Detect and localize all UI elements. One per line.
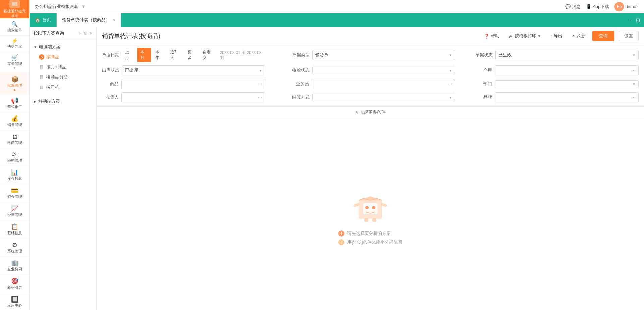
scheme-item-driver[interactable]: 目 按司机	[30, 82, 96, 92]
scheme-item-category[interactable]: 目 按商品分类	[30, 72, 96, 82]
department-select[interactable]: ▼	[495, 80, 639, 88]
goods-select[interactable]: ···	[121, 79, 265, 89]
export-btn[interactable]: ↑ 导出	[548, 32, 566, 40]
page-title: 销货单统计表(按商品)	[102, 32, 160, 40]
industry-dropdown-icon[interactable]: ▼	[81, 4, 86, 9]
sidebar-item-wholesale[interactable]: 📦 批发管理 ▲	[0, 73, 29, 94]
date-custom-btn[interactable]: 自定义	[200, 48, 217, 62]
minimize-icon[interactable]: －	[628, 17, 633, 24]
sidebar-search[interactable]: 🔍 搜索菜单	[0, 18, 29, 36]
sidebar-item-ecommerce[interactable]: 🖥 电商管理	[0, 131, 29, 148]
edit-scheme-btn[interactable]: ⊙	[84, 30, 88, 36]
print-icon: 🖨	[509, 34, 513, 39]
system-icon: ⚙	[12, 241, 17, 249]
sidebar-item-apps[interactable]: 🔲 应用中心	[0, 293, 29, 310]
sidebar-item-enterprise[interactable]: 🏢 企业协同	[0, 257, 29, 275]
out-status-select[interactable]: 已出库 ▼	[122, 65, 265, 75]
sidebar-enterprise-label: 企业协同	[7, 267, 22, 272]
receiver-dots: ···	[258, 94, 262, 100]
chevron-down-icon: ▼	[34, 45, 37, 49]
settlement-label: 结算方式	[292, 94, 310, 100]
settlement-select[interactable]: ▼	[312, 94, 455, 101]
sidebar-purchase-label: 采购管理	[7, 158, 22, 163]
collapse-row[interactable]: ∧ 收起更多条件	[97, 107, 644, 118]
query-btn[interactable]: 查询	[592, 31, 614, 41]
refresh-btn[interactable]: ↻ 刷新	[569, 32, 588, 40]
date-last-month-btn[interactable]: 上月	[122, 48, 136, 62]
topbar-left: 办公用品行业模拟账套 ▼	[35, 4, 86, 10]
app-logo[interactable]: 畅捷通好生意 标版	[0, 0, 30, 18]
salesman-dots: ···	[448, 81, 452, 87]
sidebar-inventory-label: 库存核算	[7, 176, 22, 181]
scheme-group-desktop-header[interactable]: ▼ 电脑端方案	[30, 42, 96, 52]
apps-icon: 🔲	[11, 296, 18, 303]
sidebar-item-system[interactable]: ⚙ 系统管理	[0, 239, 29, 257]
tab-close-icon[interactable]: ✕	[112, 18, 115, 22]
empty-step-2: 2 用[过滤]条件来缩小分析范围	[338, 239, 402, 245]
sidebar-item-operations[interactable]: 📈 经营管理	[0, 202, 29, 220]
topbar: 办公用品行业模拟账套 ▼ 💬 消息 📱 App下载 Ea demo2	[30, 0, 644, 13]
tab-report[interactable]: 销货单统计表（按商品） ✕	[57, 13, 121, 27]
warehouse-select[interactable]: ···	[495, 65, 639, 75]
app-download-icon: 📱	[586, 4, 591, 9]
settlement-dropdown-icon: ▼	[449, 96, 452, 99]
app-download-btn[interactable]: 📱 App下载	[586, 4, 609, 10]
date-this-month-btn[interactable]: 本月	[137, 48, 151, 62]
sidebar-item-retail[interactable]: 🛒 零售管理 ▼	[0, 51, 29, 73]
settings-btn[interactable]: 设置	[619, 31, 639, 41]
app-title: 畅捷通好生意	[4, 9, 26, 14]
sidebar-item-marketing[interactable]: 📢 营销推广	[0, 94, 29, 112]
wholesale-icon: 📦	[11, 75, 18, 83]
sidebar-quicknav[interactable]: ⚡ 快捷导航	[0, 36, 29, 51]
user-profile[interactable]: Ea demo2	[614, 2, 639, 11]
sidebar-system-label: 系统管理	[7, 249, 22, 254]
filter-panel-title: 按以下方案查询	[34, 30, 64, 36]
filter-field-warehouse: 仓库 ···	[475, 65, 639, 75]
salesman-label: 业务员	[292, 81, 309, 87]
svg-rect-4	[364, 218, 368, 222]
scheme-goods-label: 按商品	[46, 54, 59, 60]
payment-status-label: 收款状态	[292, 67, 310, 73]
step-2-circle: 2	[338, 239, 344, 245]
scheme-group-mobile-header[interactable]: ▶ 移动端方案	[30, 96, 96, 106]
payment-status-select[interactable]: ▼	[312, 67, 455, 74]
brand-dots: ···	[631, 94, 636, 100]
empty-step-2-text: 用[过滤]条件来缩小分析范围	[347, 239, 402, 245]
add-scheme-btn[interactable]: +	[78, 30, 82, 36]
receiver-select[interactable]: ···	[121, 92, 265, 102]
scheme-group-desktop: ▼ 电脑端方案 按 按商品 目 按月+商品 目 按商品分类 目 按司	[30, 40, 96, 94]
scheme-item-month-goods[interactable]: 目 按月+商品	[30, 62, 96, 72]
sidebar-item-purchase[interactable]: 🛍 采购管理	[0, 148, 29, 166]
maximize-icon[interactable]: ⊡	[636, 17, 640, 23]
doc-status-label: 单据状态	[475, 52, 493, 58]
sidebar-item-finance[interactable]: 💳 资金管理	[0, 184, 29, 202]
scheme-month-goods-label: 按月+商品	[46, 64, 66, 70]
brand-select[interactable]: ···	[495, 92, 639, 102]
scheme-item-goods[interactable]: 按 按商品	[30, 52, 96, 62]
salesman-select[interactable]: ···	[312, 79, 455, 89]
inventory-icon: 📊	[11, 169, 18, 176]
sidebar-item-inventory[interactable]: 📊 库存核算	[0, 166, 29, 184]
doc-type-select[interactable]: 销货单 ▼	[312, 50, 455, 60]
date-this-year-btn[interactable]: 本年	[152, 48, 166, 62]
industry-selector[interactable]: 办公用品行业模拟账套	[35, 4, 78, 10]
help-btn[interactable]: ❓ 帮助	[481, 32, 502, 40]
tab-home[interactable]: 🏠 首页	[30, 13, 57, 27]
date-last7-btn[interactable]: 近7天	[167, 48, 183, 62]
sidebar-finance-label: 资金管理	[7, 194, 22, 199]
date-label: 单据日期	[102, 52, 119, 58]
template-print-btn[interactable]: 🖨 按模板打印 ▼	[506, 32, 544, 40]
refresh-icon: ↻	[572, 34, 576, 39]
sidebar-item-basic[interactable]: 📋 基础信息	[0, 220, 29, 239]
sidebar-item-sales[interactable]: 💰 销售管理	[0, 112, 29, 131]
sidebar-item-newbie[interactable]: 🎯 新手引导	[0, 275, 29, 293]
step-1-circle: 1	[338, 230, 344, 237]
purchase-icon: 🛍	[12, 151, 18, 158]
message-btn[interactable]: 💬 消息	[565, 4, 581, 10]
brand-label: 品牌	[475, 94, 492, 100]
collapse-panel-btn[interactable]: «	[90, 30, 92, 36]
date-more-btn[interactable]: 更多	[184, 48, 198, 62]
sidebar-search-label: 搜索菜单	[7, 28, 22, 33]
doc-status-select[interactable]: 已生效 ▼	[495, 50, 639, 60]
doc-status-value: 已生效	[498, 52, 512, 58]
